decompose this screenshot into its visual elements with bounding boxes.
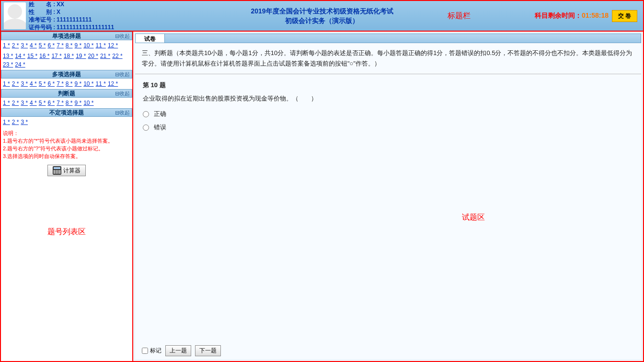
question-number-link[interactable]: 2 * (12, 41, 19, 50)
question-number-link[interactable]: 10 * (83, 79, 93, 88)
question-number-link[interactable]: 8 * (66, 79, 73, 88)
question-number-link[interactable]: 4 * (30, 41, 37, 50)
question-number-link[interactable]: 17 * (51, 52, 61, 60)
timer-label: 科目剩余时间： (535, 11, 582, 19)
user-info: 姓 名 :XX 性 别 :X 准考证号 :11111111111 证件号码 :1… (29, 0, 114, 31)
question-number-link[interactable]: 10 * (83, 41, 93, 50)
question-number-link[interactable]: 12 * (108, 79, 118, 88)
option-correct-radio[interactable] (143, 111, 149, 117)
notes-title: 说明： (3, 129, 130, 137)
tab-bar: 试卷 (135, 34, 641, 43)
question-list-panel: 单项选择题⊟收起1 *2 *3 *4 *5 *6 *7 *8 *9 *10 *1… (0, 32, 133, 362)
timer: 科目剩余时间：01:58:18 (535, 11, 609, 20)
question-number-link[interactable]: 16 * (39, 52, 49, 60)
question-number-link[interactable]: 5 * (39, 99, 46, 107)
exam-title-line2: 初级会计实务（演示版） (251, 16, 393, 25)
question-number-link[interactable]: 6 * (47, 41, 55, 50)
question-number-link[interactable]: 3 * (21, 79, 28, 88)
question-number-link[interactable]: 14 * (15, 52, 25, 60)
question-number-link[interactable]: 20 * (88, 52, 98, 60)
calculator-label: 计算器 (63, 167, 80, 175)
question-area: 第 10 题 企业取得的拟在近期出售的股票投资视为现金等价物。（ ） 正确 错误 (135, 74, 641, 342)
question-number-link[interactable]: 9 * (75, 99, 82, 107)
gender-label: 性 别 : (29, 8, 57, 16)
question-number-link[interactable]: 19 * (76, 52, 86, 60)
note-1: 1.题号右方的"*"符号代表该小题尚未选择答案。 (3, 137, 130, 145)
question-number-link[interactable]: 3 * (21, 41, 28, 50)
mark-checkbox-wrap[interactable]: 标记 (142, 347, 161, 355)
submit-button[interactable]: 交 卷 (612, 10, 637, 22)
question-number-link[interactable]: 24 * (15, 60, 25, 69)
option-correct[interactable]: 正确 (143, 109, 633, 119)
question-number-link[interactable]: 23 * (3, 60, 13, 69)
question-number-link[interactable]: 1 * (3, 41, 10, 50)
question-number-row: 1 *2 *3 * (1, 117, 132, 127)
mark-checkbox[interactable] (142, 348, 148, 354)
avatar (4, 2, 26, 29)
question-number-link[interactable]: 8 * (66, 41, 73, 50)
tab-paper[interactable]: 试卷 (136, 34, 165, 43)
nav-bar: 标记 上一题 下一题 (135, 342, 641, 359)
section-header: 多项选择题⊟收起 (1, 70, 132, 79)
sidebar-annotation: 题号列表区 (1, 179, 132, 361)
collapse-toggle[interactable]: ⊟收起 (115, 32, 130, 40)
question-number-link[interactable]: 2 * (12, 99, 19, 107)
main: 单项选择题⊟收起1 *2 *3 *4 *5 *6 *7 *8 *9 *10 *1… (0, 32, 644, 362)
question-number-link[interactable]: 2 * (12, 79, 19, 88)
question-number-link[interactable]: 15 * (27, 52, 37, 60)
collapse-toggle[interactable]: ⊟收起 (115, 90, 130, 97)
id-value: 111111111111111111 (57, 23, 114, 31)
question-number-link[interactable]: 8 * (66, 99, 73, 107)
question-number-link[interactable]: 7 * (57, 41, 64, 50)
question-panel: 试卷 三、判断题（本类题共10小题，每小题1分，共10分。请判断每小题的表述是否… (133, 32, 644, 362)
question-number-link[interactable]: 4 * (30, 99, 37, 107)
question-number-link[interactable]: 1 * (3, 99, 10, 107)
question-number-link[interactable]: 1 * (3, 79, 10, 88)
option-wrong[interactable]: 错误 (143, 122, 633, 133)
collapse-toggle[interactable]: ⊟收起 (115, 70, 130, 78)
question-number-link[interactable]: 6 * (47, 79, 55, 88)
timer-value: 01:58:18 (582, 11, 609, 19)
question-number-link[interactable]: 10 * (83, 99, 93, 107)
question-number-row: 1 *2 *3 *4 *5 *6 *7 *8 *9 *10 *11 *12 * (1, 79, 132, 89)
note-2: 2.题号右方的"?"符号代表该小题做过标记。 (3, 145, 130, 152)
question-number-link[interactable]: 21 * (100, 52, 110, 60)
question-number-link[interactable]: 6 * (47, 99, 55, 107)
calculator-button[interactable]: 计算器 (47, 165, 86, 176)
exam-title: 2019年度全国会计专业技术初级资格无纸化考试 初级会计实务（演示版） (251, 6, 393, 25)
question-number-link[interactable]: 13 * (3, 52, 13, 60)
next-button[interactable]: 下一题 (195, 345, 221, 356)
question-number-link[interactable]: 4 * (30, 79, 37, 88)
question-number-link[interactable]: 3 * (21, 99, 28, 107)
question-number-link[interactable]: 7 * (57, 79, 64, 88)
title-bar: 姓 名 :XX 性 别 :X 准考证号 :11111111111 证件号码 :1… (0, 0, 644, 32)
question-number-link[interactable]: 9 * (75, 41, 82, 50)
question-number-link[interactable]: 11 * (96, 79, 106, 88)
question-number-link[interactable]: 11 * (96, 41, 106, 50)
question-number-link[interactable]: 5 * (39, 79, 46, 88)
section-header: 单项选择题⊟收起 (1, 32, 132, 40)
question-number: 第 10 题 (143, 80, 633, 90)
question-number-link[interactable]: 22 * (112, 52, 122, 60)
question-number-link[interactable]: 9 * (75, 79, 82, 88)
question-text: 企业取得的拟在近期出售的股票投资视为现金等价物。（ ） (143, 93, 633, 104)
name-label: 姓 名 : (29, 0, 57, 8)
collapse-toggle[interactable]: ⊟收起 (115, 109, 130, 116)
question-number-link[interactable]: 3 * (21, 118, 28, 126)
mark-label: 标记 (150, 347, 161, 355)
header-annotation: 标题栏 (448, 11, 471, 21)
option-wrong-radio[interactable] (143, 124, 149, 131)
question-number-link[interactable]: 2 * (12, 118, 19, 126)
prev-button[interactable]: 上一题 (165, 345, 191, 356)
note-3: 3.选择选项的同时自动保存答案。 (3, 152, 130, 160)
question-number-link[interactable]: 18 * (64, 52, 74, 60)
content-annotation: 试题区 (462, 213, 485, 223)
option-correct-label: 正确 (154, 109, 166, 119)
question-number-link[interactable]: 5 * (39, 41, 46, 50)
question-number-link[interactable]: 1 * (3, 118, 10, 126)
question-number-link[interactable]: 12 * (108, 41, 118, 50)
ticket-value: 11111111111 (57, 16, 92, 23)
calculator-icon (53, 166, 61, 175)
section-instructions: 三、判断题（本类题共10小题，每小题1分，共10分。请判断每小题的表述是否正确。… (135, 43, 641, 74)
question-number-link[interactable]: 7 * (57, 99, 64, 107)
